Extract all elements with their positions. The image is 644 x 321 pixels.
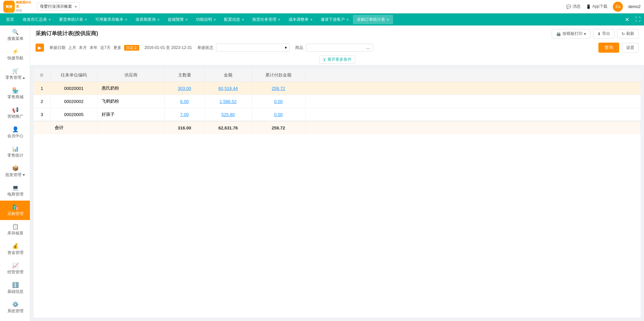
footer-empty2 [97, 121, 164, 134]
nav-window-close-btn[interactable]: ✕ [623, 16, 631, 23]
sidebar-item-quicknav[interactable]: ⚡ 快捷导航 [0, 45, 30, 64]
footer-label: 合计 [50, 121, 97, 134]
cell-paid[interactable]: 0.00 [252, 95, 305, 108]
sidebar-item-member[interactable]: 👤 会员中心 [0, 123, 30, 142]
sidebar-item-ecommerce[interactable]: 💻 电商管理 [0, 181, 30, 201]
tab-expiry-query[interactable]: 保质期查询 ✕ [131, 15, 164, 24]
page-title-row: 采购订单统计表(按供应商) 🖨️ 按模板打印 ▾ ⬇ 导出 ↻ [30, 25, 644, 41]
footer-amount: 62,631.76 [205, 121, 252, 134]
tab-close-icon[interactable]: ✕ [185, 18, 188, 21]
cell-amount[interactable]: 525.80 [205, 108, 252, 121]
cell-supplier: 惠氏奶粉 [97, 82, 164, 95]
tab-cost-adjust[interactable]: 成本调整单 ✕ [284, 15, 317, 24]
table-row[interactable]: 3 00020005 好孩子 7.00 525.80 0.00 [34, 108, 641, 121]
page-action-btns: 🖨️ 按模板打印 ▾ ⬇ 导出 ↻ 刷新 [552, 29, 639, 39]
workspace-selector[interactable]: 母婴行业演示账套 ▾ [37, 2, 80, 11]
tab-invite-downstream[interactable]: 邀请下游客户 ✕ [317, 15, 353, 24]
cell-amount[interactable]: 60,519.44 [205, 82, 252, 95]
basicinfo-icon: ℹ️ [12, 282, 19, 288]
sidebar-item-retail-stat[interactable]: 📊 零售统计 [0, 142, 30, 162]
sidebar-item-inventory[interactable]: 📋 库存核算 [0, 220, 30, 239]
date-shortcut-7days[interactable]: 近7天 [100, 45, 111, 51]
goods-label: 商品 [295, 45, 303, 51]
date-custom-badge[interactable]: 自定义 [124, 45, 139, 51]
tab-config-info[interactable]: 配置信息 ✕ [220, 15, 248, 24]
date-label: 单据日期 [49, 45, 65, 51]
message-btn[interactable]: 💬 消息 [566, 4, 581, 9]
tab-receive-summary[interactable]: 收发存汇总表 ✕ [19, 15, 55, 24]
expand-more-btn[interactable]: ⊻ 展开更多条件 [319, 55, 355, 64]
query-btn[interactable]: 查询 [598, 43, 619, 53]
export-btn[interactable]: ⬇ 导出 [593, 29, 614, 39]
tab-close-icon[interactable]: ✕ [386, 18, 389, 21]
cell-seq: 2 [34, 95, 50, 108]
table-container: ⚙ 往来单位编码 供应商 主数量 金额 累计付款金额 [34, 69, 641, 318]
retail-icon: 🛒 [12, 68, 19, 74]
table-row[interactable]: 1 00020001 惠氏奶粉 303.00 60,519.44 259.72 [34, 82, 641, 95]
col-settings-icon[interactable]: ⚙ [40, 72, 44, 78]
date-filter-group: 单据日期 上月 本月 本年 近7天 更多 自定义 [49, 45, 139, 51]
tab-close-icon[interactable]: ✕ [85, 18, 87, 21]
tab-close-icon[interactable]: ✕ [213, 18, 216, 21]
filter-toggle-btn[interactable]: ▶ [36, 44, 44, 52]
sidebar-item-retail-store[interactable]: 🏪 零售商城 [0, 84, 30, 103]
cell-extra [305, 95, 641, 108]
table-wrapper: ⚙ 往来单位编码 供应商 主数量 金额 累计付款金额 [34, 69, 641, 318]
search-icon: 🔍 [12, 29, 19, 35]
sidebar-item-search[interactable]: 🔍 搜索菜单 [0, 25, 30, 45]
sidebar-item-finance[interactable]: 💰 资金管理 [0, 239, 30, 259]
tab-function-desc[interactable]: 功能说明 ✕ [192, 15, 220, 24]
tab-purchase-order-summary[interactable]: 采购订单统计表 ✕ [353, 15, 393, 24]
footer-empty1 [34, 121, 50, 134]
footer-paid: 259.72 [252, 121, 305, 134]
sidebar-item-retail-manage[interactable]: 🛒 零售管理 ▲ [0, 64, 30, 84]
cell-qty[interactable]: 303.00 [164, 82, 205, 95]
inventory-icon: 📋 [12, 223, 19, 230]
status-select[interactable]: ▾ [216, 44, 290, 52]
tab-close-icon[interactable]: ✕ [278, 18, 280, 21]
tab-close-icon[interactable]: ✕ [125, 18, 127, 21]
tab-available-stock[interactable]: 可用量库存账本 ✕ [91, 15, 131, 24]
cell-amount[interactable]: 1,586.52 [205, 95, 252, 108]
sidebar-item-system[interactable]: ⚙️ 系统管理 [0, 298, 30, 317]
sidebar-item-enterprise[interactable]: 🤝 企业协同 [0, 317, 30, 321]
cell-paid[interactable]: 259.72 [252, 82, 305, 95]
date-shortcut-lastmonth[interactable]: 上月 [68, 45, 76, 51]
finance-icon: 💰 [12, 243, 19, 249]
logo-area: 畅捷 畅捷通好生意 标版 [3, 1, 34, 13]
table-row[interactable]: 2 00020002 飞鹤奶粉 6.00 1,586.52 0.00 [34, 95, 641, 108]
date-shortcut-thismonth[interactable]: 本月 [79, 45, 87, 51]
tab-close-icon[interactable]: ✕ [157, 18, 160, 21]
date-shortcut-more[interactable]: 更多 [113, 45, 121, 51]
tab-home[interactable]: 首页 [1, 15, 19, 24]
tab-purchase-summary[interactable]: 要货单统计表 ✕ [55, 15, 91, 24]
sidebar-item-operation[interactable]: 📈 经营管理 [0, 259, 30, 278]
refresh-btn[interactable]: ↻ 刷新 [617, 29, 639, 39]
tab-picking-task[interactable]: 拣货任务管理 ✕ [248, 15, 284, 24]
print-btn[interactable]: 🖨️ 按模板打印 ▾ [552, 29, 590, 39]
sidebar-item-basic-info[interactable]: ℹ️ 基础信息 [0, 278, 30, 298]
cell-qty[interactable]: 6.00 [164, 95, 205, 108]
app-download-btn[interactable]: 📱 App下载 [586, 4, 607, 9]
sidebar-item-marketing[interactable]: 📢 营销推广 [0, 103, 30, 123]
settings-btn[interactable]: 设置 [622, 43, 639, 53]
logo-icon: 畅捷 [3, 1, 15, 13]
nav-window-expand-btn[interactable]: ⛶ [633, 16, 643, 23]
sidebar-item-wholesale[interactable]: 📦 批发管理 ▼ [0, 162, 30, 181]
cell-qty[interactable]: 7.00 [164, 108, 205, 121]
tab-close-icon[interactable]: ✕ [241, 18, 244, 21]
date-shortcut-thisyear[interactable]: 本年 [90, 45, 98, 51]
tab-close-icon[interactable]: ✕ [346, 18, 349, 21]
tab-close-icon[interactable]: ✕ [48, 18, 51, 21]
goods-input[interactable]: … [306, 44, 373, 52]
cell-unit-code: 00020002 [50, 95, 97, 108]
tab-close-icon[interactable]: ✕ [310, 18, 313, 21]
tab-overstock[interactable]: 超储预警 ✕ [164, 15, 192, 24]
cell-paid[interactable]: 0.00 [252, 108, 305, 121]
data-table: ⚙ 往来单位编码 供应商 主数量 金额 累计付款金额 [34, 69, 641, 134]
user-avatar[interactable]: Ea [613, 2, 623, 12]
cell-extra [305, 82, 641, 95]
operation-icon: 📈 [12, 262, 19, 269]
sidebar-item-purchase[interactable]: 🛍️ 采购管理 [0, 201, 30, 220]
page-title: 采购订单统计表(按供应商) [36, 30, 98, 37]
